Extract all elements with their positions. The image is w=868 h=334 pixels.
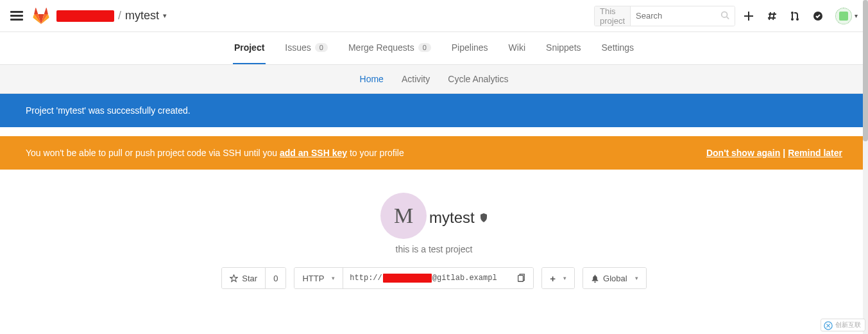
alert-ssh-message: You won't be able to pull or push projec… (26, 148, 706, 158)
alert-success-text: Project 'mytest' was successfully create… (26, 105, 191, 116)
sub-nav-cycle-analytics[interactable]: Cycle Analytics (448, 74, 508, 84)
remind-later-link[interactable]: Remind later (788, 148, 842, 158)
search-box[interactable]: This project (594, 6, 735, 26)
hash-icon[interactable] (766, 10, 778, 22)
search-scope-label[interactable]: This project (595, 6, 631, 26)
user-avatar-icon (835, 8, 852, 24)
star-count: 0 (266, 268, 285, 288)
nav-tab-label: Wiki (509, 42, 525, 53)
notification-group: Global (583, 267, 647, 289)
svg-rect-6 (518, 276, 523, 282)
gitlab-logo-icon[interactable] (32, 7, 50, 25)
nav-tab-label: Pipelines (452, 42, 488, 53)
svg-point-2 (791, 12, 794, 14)
nav-tab-pipelines[interactable]: Pipelines (450, 32, 489, 64)
star-icon (230, 274, 238, 283)
todos-icon[interactable] (812, 10, 824, 22)
clone-url-redacted (383, 274, 432, 283)
top-icons: ▾ (743, 8, 858, 24)
user-caret-icon: ▾ (855, 12, 858, 19)
scrollbar-track[interactable] (863, 0, 868, 304)
svg-line-1 (727, 17, 729, 19)
hamburger-menu-icon[interactable] (10, 11, 23, 21)
breadcrumb-separator: / (118, 9, 121, 22)
count-badge: 0 (315, 43, 328, 52)
top-header: / mytest ▾ This project ▾ (0, 0, 868, 32)
svg-point-4 (796, 18, 799, 21)
nav-tab-project[interactable]: Project (233, 32, 266, 64)
search-input[interactable] (631, 6, 735, 26)
visibility-private-icon (480, 213, 488, 222)
project-title: mytest (429, 209, 488, 227)
nav-tab-wiki[interactable]: Wiki (507, 32, 527, 64)
sub-nav-home[interactable]: Home (360, 74, 384, 84)
sub-nav-activity[interactable]: Activity (402, 74, 430, 84)
nav-tab-settings[interactable]: Settings (600, 32, 636, 64)
alert-ssh-warning: You won't be able to pull or push projec… (0, 136, 868, 170)
notification-dropdown[interactable]: Global (583, 268, 646, 288)
protocol-dropdown[interactable]: HTTP (294, 268, 343, 288)
nav-tabs: Project Issues0 Merge Requests0 Pipeline… (0, 32, 868, 65)
nav-tab-snippets[interactable]: Snippets (545, 32, 582, 64)
svg-point-3 (791, 18, 794, 21)
star-button[interactable]: Star (222, 268, 266, 288)
nav-tab-issues[interactable]: Issues0 (284, 32, 329, 64)
nav-tab-label: Snippets (546, 42, 581, 53)
svg-point-0 (722, 12, 728, 17)
project-home: M mytest this is a test project Star 0 H… (0, 170, 868, 304)
bell-icon (591, 274, 599, 283)
add-ssh-key-link[interactable]: add an SSH key (280, 148, 347, 158)
create-new-dropdown[interactable]: + (542, 268, 574, 288)
breadcrumb-project[interactable]: mytest (125, 9, 159, 22)
copy-icon (516, 274, 525, 283)
nav-tab-label: Project (234, 42, 264, 53)
sub-nav: Home Activity Cycle Analytics (0, 65, 868, 94)
count-badge: 0 (418, 43, 431, 52)
project-description: this is a test project (0, 244, 868, 254)
dont-show-again-link[interactable]: Don't show again (706, 148, 780, 158)
nav-tab-label: Issues (285, 42, 311, 53)
alert-actions: Don't show again|Remind later (706, 148, 842, 158)
breadcrumb-namespace-redacted[interactable] (56, 10, 114, 22)
plus-dropdown-group: + (541, 267, 575, 289)
plus-icon[interactable] (743, 10, 754, 22)
star-group: Star 0 (221, 267, 286, 289)
copy-url-button[interactable] (509, 268, 533, 288)
project-avatar: M (380, 193, 427, 239)
clone-url-input[interactable]: http://@gitlab.exampl (343, 268, 509, 288)
nav-tab-label: Merge Requests (348, 42, 414, 53)
clone-url-group: HTTP http://@gitlab.exampl (294, 267, 534, 289)
search-icon (720, 10, 729, 21)
breadcrumb-caret-icon[interactable]: ▾ (163, 12, 167, 20)
nav-tab-merge-requests[interactable]: Merge Requests0 (347, 32, 432, 64)
alert-success: Project 'mytest' was successfully create… (0, 94, 868, 127)
clone-bar: Star 0 HTTP http://@gitlab.exampl + Glob… (0, 267, 868, 289)
breadcrumb: / mytest ▾ (56, 9, 167, 22)
scrollbar-thumb[interactable] (863, 0, 868, 141)
merge-request-icon[interactable] (789, 10, 801, 22)
nav-tab-label: Settings (602, 42, 634, 53)
user-menu[interactable]: ▾ (835, 8, 858, 24)
